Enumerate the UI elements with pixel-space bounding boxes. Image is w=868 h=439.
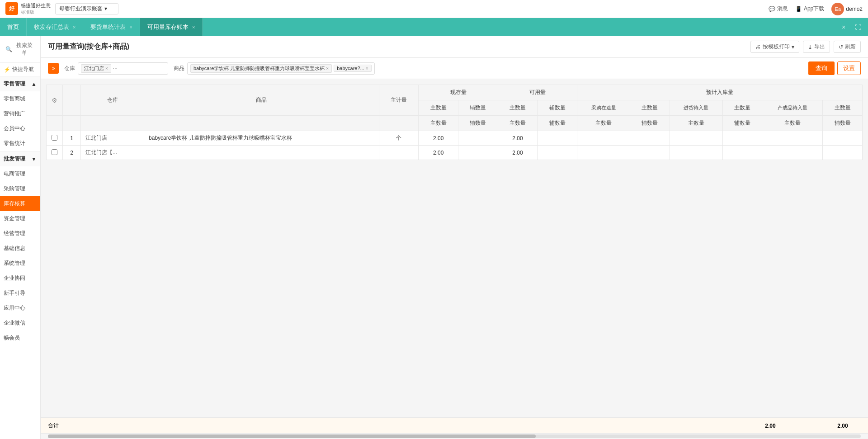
product-tag-2-close-icon[interactable]: ×: [366, 66, 368, 71]
col-subheader-inbound-pending: 进货待入量: [670, 100, 722, 116]
page-header: 可用量查询(按仓库+商品) 🖨 按模板打印 ▾ ⤓ 导出 ↺ 刷新: [41, 36, 868, 58]
search-menu-label: 搜索菜单: [14, 42, 35, 57]
search-menu-button[interactable]: 🔍 搜索菜单: [4, 40, 37, 59]
row-unit: [379, 146, 419, 160]
footer-stock-main: 2.00: [752, 423, 788, 429]
sidebar-item-retail-management[interactable]: 零售管理 ▲: [0, 76, 40, 91]
gear-icon[interactable]: ⚙: [52, 97, 57, 104]
tab-kuyongliang-label: 可用量库存账本: [147, 23, 189, 31]
warehouse-tag-container[interactable]: 江北门店 × ···: [78, 62, 168, 75]
export-icon: ⤓: [808, 44, 812, 50]
export-button[interactable]: ⤓ 导出: [803, 41, 830, 53]
sidebar-item-retail-mall[interactable]: 零售商城: [0, 91, 40, 106]
org-selector[interactable]: 母婴行业演示账套 ▾: [55, 3, 118, 14]
refresh-button[interactable]: ↺ 刷新: [834, 41, 861, 53]
sidebar-item-purchase[interactable]: 采购管理: [0, 181, 40, 196]
logo-area: 好 畅捷通好生意 标准版: [5, 2, 51, 15]
quick-nav-label: 快捷导航: [12, 66, 34, 73]
tab-home[interactable]: 首页: [0, 18, 27, 36]
section-retail: 零售管理 ▲ 零售商城 营销推广 会员中心 零售统计: [0, 76, 40, 151]
tab-kuyongliang[interactable]: 可用量库存账本 ×: [140, 18, 203, 36]
tab-shoudun-close-icon[interactable]: ×: [73, 24, 75, 30]
logo-text: 畅捷通好生意: [21, 2, 51, 9]
search-icon: 🔍: [5, 46, 12, 52]
col-sub-avail-main: 主数量: [498, 116, 538, 131]
print-button[interactable]: 🖨 按模板打印 ▾: [750, 41, 799, 53]
sidebar-item-member[interactable]: 畅会员: [0, 330, 40, 345]
filter-expand-button[interactable]: »: [48, 63, 59, 74]
refresh-icon: ↺: [839, 44, 843, 50]
product-tag-container[interactable]: babycare学饮杯 儿童防摔防撞吸管杯重力球吸嘴杯宝宝水杯 × babyca…: [187, 62, 375, 75]
col-header-main-unit: 主计量: [379, 85, 419, 116]
app-download-button[interactable]: 📱 App下载: [795, 5, 824, 13]
logo-icon: 好: [5, 2, 18, 15]
row-pt-main: [577, 131, 630, 146]
row-checkbox[interactable]: [47, 146, 63, 160]
row-stock-aux: [458, 146, 498, 160]
sidebar-item-inventory[interactable]: 库存核算: [0, 196, 40, 211]
message-button[interactable]: 💬 消息: [769, 5, 788, 13]
col-sub-pt-aux: 辅数量: [630, 116, 670, 131]
sidebar-item-finance[interactable]: 资金管理: [0, 211, 40, 226]
tab-shoudun-label: 收发存汇总表: [34, 23, 69, 31]
app-download-icon: 📱: [795, 6, 802, 12]
user-profile[interactable]: Ea demo2: [831, 3, 863, 15]
sidebar-item-system[interactable]: 系统管理: [0, 256, 40, 271]
sidebar-item-marketing[interactable]: 营销推广: [0, 106, 40, 121]
sidebar-item-ecommerce[interactable]: 电商管理: [0, 166, 40, 181]
enterprise-label: 企业协同: [4, 274, 25, 282]
user-name: demo2: [846, 6, 863, 12]
query-button[interactable]: 查询: [808, 61, 835, 75]
tab-yaohuo[interactable]: 要货单统计表 ×: [83, 18, 140, 36]
sidebar-item-operations[interactable]: 经营管理: [0, 226, 40, 241]
table-row: 1 江北门店 babycare学饮杯 儿童防摔防撞吸管杯重力球吸嘴杯宝宝水杯 个…: [47, 131, 863, 146]
filter-actions: 查询 设置: [808, 61, 861, 75]
tab-shoudun[interactable]: 收发存汇总表 ×: [27, 18, 83, 36]
col-header-available-aux: 辅数量: [538, 100, 577, 116]
col-subheader-production-pending: 产成品待入量: [762, 100, 823, 116]
tab-yaohuo-label: 要货单统计表: [90, 23, 126, 31]
col-group-stock: 现存量: [419, 85, 498, 100]
sidebar-search-area: 🔍 搜索菜单: [0, 36, 40, 63]
col-header-settings: ⚙: [47, 85, 63, 116]
app-center-label: 应用中心: [4, 304, 25, 312]
col-sub-unit-placeholder: [379, 116, 419, 131]
col-header-available-main: 主数量: [498, 100, 538, 116]
tab-kuyongliang-close-icon[interactable]: ×: [192, 24, 195, 30]
col-sub-num-placeholder: [63, 116, 81, 131]
close-all-tabs-button[interactable]: ×: [837, 21, 850, 33]
org-selector-arrow-icon: ▾: [104, 5, 107, 12]
product-tag-1-close-icon[interactable]: ×: [326, 66, 329, 71]
data-table: ⚙ 仓库 商品 主计量 现存量 可用量 预计入库量 主数量 辅数量 主数量: [46, 85, 863, 160]
product-filter-label: 商品: [174, 65, 184, 72]
sidebar-item-retail-stats[interactable]: 零售统计: [0, 136, 40, 151]
filter-more-icon[interactable]: ···: [113, 65, 118, 71]
col-header-stock-aux: 辅数量: [458, 100, 498, 116]
product-tag-1-value: babycare学饮杯 儿童防摔防撞吸管杯重力球吸嘴杯宝宝水杯: [193, 65, 325, 72]
table-area: ⚙ 仓库 商品 主计量 现存量 可用量 预计入库量 主数量 辅数量 主数量: [41, 79, 868, 417]
quick-nav-icon: ⚡: [4, 66, 10, 73]
col-sub-avail-aux: 辅数量: [538, 116, 577, 131]
row-pp-main: [762, 146, 823, 160]
row-warehouse: 江北门店: [81, 131, 144, 146]
quick-nav-button[interactable]: ⚡ 快捷导航: [0, 63, 40, 76]
sidebar-item-member-center[interactable]: 会员中心: [0, 121, 40, 136]
sidebar-item-wechat[interactable]: 企业微信: [0, 316, 40, 330]
sidebar-item-enterprise[interactable]: 企业协同: [0, 271, 40, 286]
tab-yaohuo-close-icon[interactable]: ×: [129, 24, 132, 30]
app-download-label: App下载: [804, 5, 824, 13]
row-product: [144, 146, 379, 160]
sidebar-item-newbie[interactable]: 新手引导: [0, 286, 40, 301]
ecommerce-label: 电商管理: [4, 170, 25, 178]
wholesale-arrow-icon: ▼: [31, 156, 37, 162]
warehouse-tag-close-icon[interactable]: ×: [105, 66, 108, 71]
sidebar-item-app-center[interactable]: 应用中心: [0, 301, 40, 316]
settings-button[interactable]: 设置: [837, 61, 861, 75]
product-tag-2-value: babycare?...: [337, 66, 364, 71]
row-checkbox[interactable]: [47, 131, 63, 146]
sidebar-item-basic-info[interactable]: 基础信息: [0, 241, 40, 256]
retail-mall-label: 零售商城: [4, 95, 25, 103]
sidebar-item-wholesale[interactable]: 批发管理 ▼: [0, 151, 40, 166]
fullscreen-button[interactable]: ⛶: [852, 21, 864, 33]
footer-row: 合计 2.00 2.00: [41, 417, 868, 434]
